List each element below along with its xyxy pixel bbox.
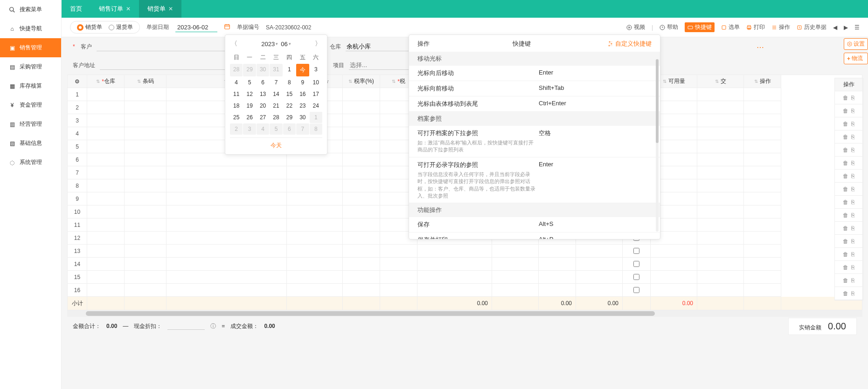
grid-cell[interactable] bbox=[87, 258, 125, 271]
grid-cell[interactable] bbox=[623, 284, 651, 297]
grid-cell[interactable] bbox=[87, 88, 125, 101]
row-delete-icon[interactable]: 🗑 bbox=[843, 95, 848, 101]
grid-cell[interactable] bbox=[343, 153, 380, 166]
grid-cell[interactable] bbox=[125, 284, 167, 297]
grid-cell[interactable] bbox=[125, 127, 167, 140]
tab-close-icon[interactable]: ✕ bbox=[126, 6, 131, 12]
grid-cell[interactable] bbox=[380, 258, 417, 271]
grid-cell[interactable] bbox=[697, 166, 744, 179]
grid-cell[interactable] bbox=[651, 258, 697, 271]
cal-day[interactable]: 19 bbox=[243, 100, 256, 111]
grid-cell[interactable] bbox=[343, 205, 380, 218]
cal-day[interactable]: 30 bbox=[296, 112, 309, 123]
grid-cell[interactable] bbox=[287, 166, 343, 179]
grid-row[interactable]: 14 bbox=[68, 258, 862, 271]
sidebar-item[interactable]: ▦库存核算 bbox=[0, 76, 61, 96]
grid-cell[interactable] bbox=[417, 284, 492, 297]
grid-col-header[interactable]: ⇅* 仓库 bbox=[87, 75, 125, 88]
grid-col-header[interactable]: ⇅交 bbox=[697, 75, 744, 88]
cal-day[interactable]: 25 bbox=[230, 112, 243, 123]
cal-day-other[interactable]: 31 bbox=[270, 64, 282, 76]
cal-day[interactable]: 6 bbox=[257, 77, 269, 88]
grid-cell[interactable] bbox=[125, 179, 167, 192]
select-bill-link[interactable]: 选单 bbox=[721, 23, 740, 31]
row-delete-icon[interactable]: 🗑 bbox=[843, 225, 848, 232]
grid-cell[interactable] bbox=[576, 271, 623, 284]
cash-discount-input[interactable] bbox=[167, 322, 205, 330]
grid-cell[interactable]: 12 bbox=[68, 232, 87, 245]
grid-cell[interactable] bbox=[744, 284, 781, 297]
gift-checkbox[interactable] bbox=[633, 287, 639, 293]
gift-checkbox[interactable] bbox=[633, 248, 639, 254]
cal-day[interactable]: 1 bbox=[283, 64, 296, 76]
cal-day[interactable]: 9 bbox=[296, 77, 309, 88]
cal-day[interactable]: 22 bbox=[283, 100, 296, 111]
info-icon[interactable]: ⓘ bbox=[210, 322, 216, 330]
grid-col-header[interactable]: ⚙ bbox=[68, 75, 87, 88]
grid-cell[interactable]: 8 bbox=[68, 179, 87, 192]
grid-cell[interactable]: 6 bbox=[68, 153, 87, 166]
menu-icon[interactable]: ☰ bbox=[854, 24, 860, 31]
row-copy-icon[interactable]: ⎘ bbox=[851, 160, 854, 166]
grid-cell[interactable] bbox=[87, 114, 125, 127]
cal-day[interactable]: 8 bbox=[283, 77, 296, 88]
grid-cell[interactable] bbox=[343, 179, 380, 192]
grid-cell[interactable] bbox=[287, 284, 343, 297]
grid-cell[interactable] bbox=[744, 205, 781, 218]
grid-cell[interactable] bbox=[380, 271, 417, 284]
grid-cell[interactable] bbox=[744, 153, 781, 166]
customer-input[interactable] bbox=[97, 42, 246, 51]
grid-cell[interactable] bbox=[697, 258, 744, 271]
grid-cell[interactable] bbox=[87, 284, 125, 297]
grid-cell[interactable] bbox=[87, 140, 125, 153]
grid-cell[interactable] bbox=[287, 205, 343, 218]
grid-cell[interactable]: 5 bbox=[68, 140, 87, 153]
grid-cell[interactable]: 11 bbox=[68, 218, 87, 232]
row-copy-icon[interactable]: ⎘ bbox=[851, 199, 854, 205]
grid-cell[interactable] bbox=[167, 218, 287, 232]
cal-day[interactable]: 16 bbox=[296, 89, 309, 100]
row-copy-icon[interactable]: ⎘ bbox=[851, 212, 854, 218]
cal-day-other[interactable]: 1 bbox=[310, 112, 322, 123]
grid-cell[interactable] bbox=[287, 232, 343, 245]
grid-col-header[interactable]: ⇅税率(%) bbox=[343, 75, 380, 88]
sidebar-item[interactable]: ▧基础信息 bbox=[0, 134, 61, 153]
grid-cell[interactable]: 9 bbox=[68, 192, 87, 205]
operate-link[interactable]: 操作 bbox=[771, 23, 790, 31]
shortcut-button[interactable]: 快捷键 bbox=[685, 22, 715, 32]
grid-cell[interactable] bbox=[651, 245, 697, 258]
grid-cell[interactable] bbox=[697, 218, 744, 232]
row-copy-icon[interactable]: ⎘ bbox=[851, 238, 854, 245]
cal-day[interactable]: 28 bbox=[270, 112, 282, 123]
sidebar-search[interactable]: 搜索菜单 bbox=[0, 0, 61, 19]
row-copy-icon[interactable]: ⎘ bbox=[851, 134, 854, 140]
row-delete-icon[interactable]: 🗑 bbox=[843, 238, 848, 245]
grid-cell[interactable] bbox=[125, 101, 167, 114]
grid-cell[interactable] bbox=[125, 245, 167, 258]
row-delete-icon[interactable]: 🗑 bbox=[843, 212, 848, 218]
cal-day-other[interactable]: 3 bbox=[243, 123, 256, 135]
grid-cell[interactable] bbox=[343, 232, 380, 245]
grid-cell[interactable]: 3 bbox=[68, 114, 87, 127]
grid-cell[interactable] bbox=[125, 271, 167, 284]
grid-cell[interactable] bbox=[744, 192, 781, 205]
cal-day-other[interactable]: 29 bbox=[243, 64, 256, 76]
grid-cell[interactable] bbox=[744, 140, 781, 153]
hk-customize-link[interactable]: 自定义快捷键 bbox=[608, 40, 652, 48]
cal-day[interactable]: 24 bbox=[310, 100, 322, 111]
grid-cell[interactable]: 15 bbox=[68, 271, 87, 284]
grid-cell[interactable] bbox=[697, 271, 744, 284]
grid-cell[interactable] bbox=[343, 166, 380, 179]
logistics-button[interactable]: +物流 bbox=[844, 53, 868, 64]
grid-cell[interactable] bbox=[744, 218, 781, 232]
cal-year-select[interactable]: 2023▾ bbox=[261, 41, 278, 48]
grid-cell[interactable] bbox=[576, 245, 623, 258]
grid-cell[interactable] bbox=[697, 153, 744, 166]
cal-day-other[interactable]: 8 bbox=[310, 123, 322, 135]
grid-cell[interactable] bbox=[744, 101, 781, 114]
calendar-icon[interactable] bbox=[224, 23, 230, 31]
gift-checkbox[interactable] bbox=[633, 274, 639, 280]
grid-cell[interactable] bbox=[167, 179, 287, 192]
grid-cell[interactable] bbox=[744, 271, 781, 284]
cal-day-other[interactable]: 30 bbox=[257, 64, 269, 76]
